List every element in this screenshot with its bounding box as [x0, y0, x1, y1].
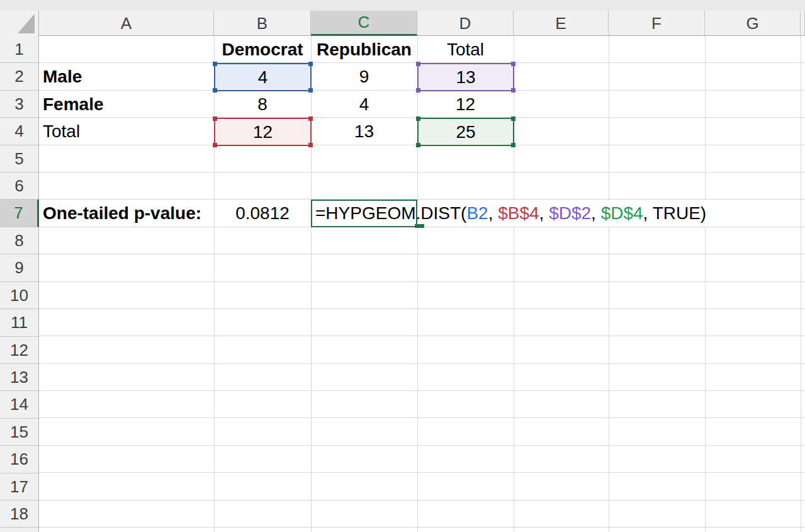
cell-d2-value: 13: [456, 67, 475, 88]
cell-b1[interactable]: Democrat: [214, 36, 311, 63]
cell-c7-formula-editor[interactable]: =HYPGEOM.DIST(B2, $B$4, $D$2, $D$4, TRUE…: [311, 200, 417, 227]
gridline-vertical: [801, 36, 801, 532]
selection-handle[interactable]: [416, 88, 420, 93]
selection-handle[interactable]: [213, 116, 217, 121]
row-header-3[interactable]: 3: [0, 91, 38, 118]
reference-cell-d4[interactable]: 25: [417, 118, 514, 146]
cell-a7[interactable]: One-tailed p-value:: [39, 200, 214, 227]
reference-cell-b2[interactable]: 4: [214, 63, 312, 91]
column-header-b[interactable]: B: [214, 11, 311, 36]
selection-handle[interactable]: [213, 143, 217, 147]
column-header-g[interactable]: G: [705, 11, 801, 36]
column-header-a[interactable]: A: [39, 11, 214, 36]
row-header-17[interactable]: 17: [0, 473, 38, 501]
row-header-8[interactable]: 8: [0, 227, 38, 254]
formula-token: =HYPGEOM.DIST(: [315, 203, 466, 224]
row-header-5[interactable]: 5: [0, 145, 38, 173]
formula-token-ref-d4: $D$4: [601, 203, 643, 224]
reference-cell-d2[interactable]: 13: [417, 63, 514, 91]
cell-d3[interactable]: 12: [417, 91, 514, 118]
column-header-d[interactable]: D: [417, 11, 514, 36]
cell-d4-value: 25: [456, 122, 475, 142]
row-header-1[interactable]: 1: [0, 36, 38, 63]
row-header-9[interactable]: 9: [0, 254, 38, 282]
gridline-vertical: [609, 36, 609, 532]
row-header-4[interactable]: 4: [0, 118, 38, 145]
row-header-2[interactable]: 2: [0, 63, 38, 91]
column-header-partial[interactable]: [801, 11, 805, 36]
cell-c2[interactable]: 9: [311, 63, 417, 91]
selection-handle[interactable]: [213, 62, 217, 66]
cell-b2-value: 4: [258, 67, 268, 88]
selection-handle[interactable]: [308, 88, 313, 93]
select-all-triangle-icon: [18, 14, 35, 33]
column-header-row: A B C D E F G: [0, 11, 805, 36]
cell-c4[interactable]: 13: [311, 118, 417, 145]
selection-handle[interactable]: [511, 88, 515, 93]
row-header-16[interactable]: 16: [0, 446, 38, 473]
select-all-corner[interactable]: [0, 11, 39, 36]
spreadsheet-canvas: A B C D E F G 1 2 3 4 5 6 7 8 9 10 11 12…: [0, 0, 805, 532]
cell-b4-value: 12: [253, 122, 273, 142]
formula-token: ,: [539, 203, 549, 224]
selection-handle[interactable]: [511, 143, 515, 147]
cell-d1[interactable]: Total: [417, 36, 514, 63]
cell-b3[interactable]: 8: [214, 91, 311, 118]
cell-a2[interactable]: Male: [39, 63, 214, 91]
top-strip: [0, 0, 805, 11]
selection-handle[interactable]: [213, 88, 217, 93]
row-header-11[interactable]: 11: [0, 309, 38, 337]
row-header-15[interactable]: 15: [0, 419, 38, 446]
cell-c3[interactable]: 4: [311, 91, 417, 118]
row-header-13[interactable]: 13: [0, 364, 38, 391]
cell-a4[interactable]: Total: [39, 118, 214, 145]
edit-mode-notch: [415, 224, 424, 228]
column-header-f[interactable]: F: [609, 11, 705, 36]
formula-token: ,: [591, 203, 601, 224]
row-header-10[interactable]: 10: [0, 282, 38, 309]
cell-c1[interactable]: Republican: [311, 36, 417, 63]
column-header-c-active[interactable]: C: [311, 11, 417, 36]
column-header-e[interactable]: E: [514, 11, 609, 36]
formula-token: ,: [488, 203, 498, 224]
gridline-vertical: [514, 36, 514, 532]
cell-b7[interactable]: 0.0812: [214, 200, 311, 227]
selection-handle[interactable]: [416, 116, 420, 121]
row-header-column: 1 2 3 4 5 6 7 8 9 10 11 12 13 14 15 16 1…: [0, 36, 39, 532]
formula-token: , TRUE): [643, 203, 707, 224]
selection-handle[interactable]: [511, 116, 515, 121]
selection-handle[interactable]: [511, 62, 515, 66]
row-header-18[interactable]: 18: [0, 501, 38, 528]
reference-cell-b4[interactable]: 12: [214, 118, 312, 146]
row-header-14[interactable]: 14: [0, 391, 38, 419]
formula-token-ref-b4: $B$4: [498, 203, 539, 224]
formula-token-ref-b2: B2: [466, 203, 488, 224]
cell-a3[interactable]: Female: [39, 91, 214, 118]
formula-token-ref-d2: $D$2: [549, 203, 591, 224]
selection-handle[interactable]: [308, 116, 313, 121]
selection-handle[interactable]: [416, 143, 420, 147]
selection-handle[interactable]: [308, 62, 313, 66]
row-header-12[interactable]: 12: [0, 337, 38, 364]
selection-handle[interactable]: [416, 62, 420, 66]
selection-handle[interactable]: [308, 143, 313, 147]
row-header-6[interactable]: 6: [0, 173, 38, 200]
row-header-7-active[interactable]: 7: [0, 200, 39, 227]
gridline-vertical: [705, 36, 706, 532]
